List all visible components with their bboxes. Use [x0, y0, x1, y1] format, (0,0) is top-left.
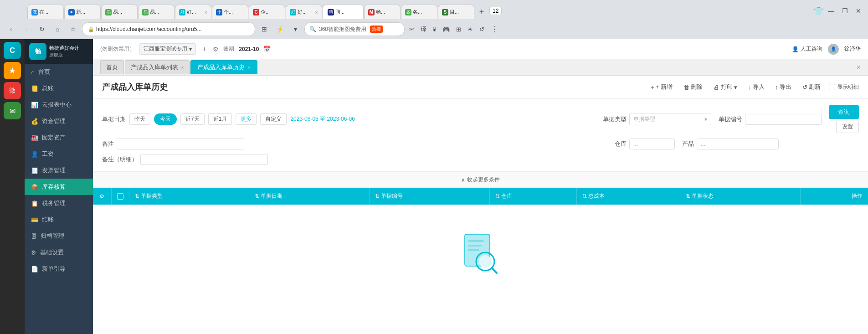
tab-list-close[interactable]: ×: [181, 65, 184, 70]
show-detail-checkbox[interactable]: 显示明细: [829, 83, 859, 91]
sidebar-item-basic[interactable]: ⚙ 基础设置: [25, 244, 93, 261]
grid-icon[interactable]: ⊞: [258, 23, 271, 36]
th-type[interactable]: ⇅ 单据类型: [129, 188, 249, 205]
date-btn-yesterday[interactable]: 昨天: [129, 113, 150, 125]
th-date[interactable]: ⇅ 单据日期: [249, 188, 370, 205]
number-input[interactable]: [745, 114, 822, 125]
layout-tool[interactable]: ⊞: [454, 26, 463, 33]
tab-t3[interactable]: 易 易...: [101, 5, 138, 19]
sidebar-item-tax[interactable]: 📋 税务管理: [25, 195, 93, 211]
th-gear[interactable]: ⚙: [93, 188, 111, 205]
tab-t6[interactable]: 个 个...: [212, 5, 248, 19]
close-button[interactable]: ✕: [853, 5, 864, 17]
settings-org-icon[interactable]: ⚙: [213, 46, 219, 53]
mail-app-icon[interactable]: ✉: [4, 102, 21, 119]
search-text: 360智能抠图免费用: [319, 26, 366, 33]
tab-list[interactable]: 产成品入库单列表 ×: [125, 60, 190, 74]
org-selector[interactable]: 江西服宝测试专用 ▾: [139, 43, 196, 55]
sidebar-item-newbill[interactable]: 📄 新单引导: [25, 261, 93, 277]
sidebar-item-invoice[interactable]: 🧾 发票管理: [25, 162, 93, 179]
sidebar-item-asset[interactable]: 🏭 固定资产: [25, 129, 93, 146]
security-icon: 🔒: [88, 26, 94, 32]
new-tab-button[interactable]: +: [475, 5, 488, 19]
search-bar[interactable]: 🔍 360智能抠图免费用 热搜: [304, 22, 405, 36]
date-btn-1month[interactable]: 近1月: [208, 113, 232, 125]
tab-history[interactable]: 产成品入库单历史 ×: [190, 60, 257, 74]
star-app-icon[interactable]: ★: [4, 62, 21, 79]
warehouse-select[interactable]: ...: [629, 139, 675, 149]
tab-history-close[interactable]: ×: [247, 65, 250, 70]
add-org-button[interactable]: +: [200, 45, 208, 53]
sidebar-item-ledger[interactable]: 📒 总账: [25, 80, 93, 97]
th-warehouse[interactable]: ⇅ 仓库: [490, 188, 576, 205]
refresh-page-button[interactable]: ↺ 刷新: [800, 81, 823, 93]
tab-t12[interactable]: S 目...: [438, 5, 474, 19]
tab-t11[interactable]: 各 各...: [401, 5, 437, 19]
tab-close-t8[interactable]: ×: [315, 10, 318, 15]
th-checkbox[interactable]: [111, 188, 129, 205]
remark-detail-input[interactable]: [140, 154, 268, 165]
sidebar-item-salary[interactable]: 👤 工资: [25, 146, 93, 162]
delete-button[interactable]: 🗑 删除: [681, 81, 705, 93]
add-button[interactable]: + + 新增: [648, 81, 675, 93]
date-btn-7days[interactable]: 近7天: [180, 113, 205, 125]
lightning-icon[interactable]: ⚡: [273, 23, 286, 36]
print-button[interactable]: 🖨 打印 ▾: [711, 81, 740, 93]
sidebar-item-inventory[interactable]: 📦 库存核算: [25, 179, 93, 195]
delete-icon: 🗑: [683, 84, 689, 91]
sidebar-item-fund[interactable]: 💰 资金管理: [25, 113, 93, 129]
export-button[interactable]: ↑ 导出: [773, 81, 795, 93]
date-btn-more[interactable]: 更多: [236, 113, 257, 125]
tab-close-t5[interactable]: ×: [205, 10, 207, 15]
date-btn-custom[interactable]: 自定义: [260, 113, 287, 125]
tab-t10[interactable]: M 畅...: [364, 5, 401, 19]
yuan-tool[interactable]: ¥: [431, 26, 438, 33]
minimize-button[interactable]: —: [825, 5, 837, 17]
query-button[interactable]: 查询: [829, 105, 859, 119]
tab-t1[interactable]: 在 在...: [27, 5, 64, 19]
game-tool[interactable]: 🎮: [441, 26, 452, 33]
th-total-cost[interactable]: ⇅ 总成本: [576, 188, 680, 205]
tab-t2[interactable]: ■ 新...: [64, 5, 101, 19]
collapse-button[interactable]: ∧ 收起更多条件: [93, 172, 868, 188]
sidebar-item-home[interactable]: ⌂ 首页: [25, 64, 93, 80]
sidebar-item-archive[interactable]: 🗄 归档管理: [25, 228, 93, 244]
sidebar-item-report[interactable]: 📊 云报表中心: [25, 97, 93, 113]
remark-input[interactable]: [117, 139, 244, 149]
scissors-tool[interactable]: ✂: [407, 26, 416, 33]
settings-tool[interactable]: ↺: [478, 26, 486, 33]
tab-t9-active[interactable]: 腾 腾...: [323, 5, 364, 19]
ai-service-button[interactable]: 👤 人工咨询: [792, 45, 822, 53]
product-select[interactable]: ...: [697, 139, 779, 149]
tab-t7[interactable]: C 企...: [249, 5, 285, 19]
tab-home[interactable]: 首页: [100, 60, 124, 74]
refresh-button[interactable]: ↻: [36, 23, 48, 36]
maximize-button[interactable]: ❐: [839, 5, 851, 17]
brightness-tool[interactable]: ☀: [466, 26, 475, 33]
th-status[interactable]: ⇅ 单据状态: [680, 188, 800, 205]
address-input[interactable]: 🔒 https://cloud.chanjet.com/accounting/u…: [82, 22, 255, 36]
type-select[interactable]: 单据类型 ▾: [629, 113, 711, 125]
tab-t8[interactable]: 好 好... ×: [286, 5, 322, 19]
calendar-icon[interactable]: 📅: [263, 46, 271, 52]
weibo-app-icon[interactable]: 微: [4, 82, 21, 99]
select-all-checkbox[interactable]: [117, 193, 123, 200]
nav-back[interactable]: ‹: [5, 23, 17, 36]
tab-t4[interactable]: 易 易...: [138, 5, 175, 19]
sidebar-item-settle[interactable]: 💳 结账: [25, 211, 93, 228]
import-button[interactable]: ↓ 导入: [745, 81, 767, 93]
nav-forward[interactable]: ›: [20, 23, 33, 36]
chanjet-app-icon[interactable]: C: [4, 42, 21, 59]
home-button[interactable]: ⌂: [51, 23, 64, 36]
remark-filter-label: 备注: [102, 140, 114, 148]
user-avatar[interactable]: 👤: [828, 44, 839, 55]
settings-filter-button[interactable]: 设置: [836, 121, 859, 133]
more-tool[interactable]: ⋮: [489, 25, 500, 34]
translate-tool[interactable]: 译: [419, 25, 428, 33]
dropdown-arrow[interactable]: ▾: [289, 23, 302, 36]
close-panel-button[interactable]: ×: [857, 63, 861, 72]
date-btn-today[interactable]: 今天: [154, 113, 177, 125]
th-number[interactable]: ⇅ 单据编号: [370, 188, 490, 205]
tab-t5[interactable]: 好 好... ×: [175, 5, 211, 19]
favorite-button[interactable]: ☆: [67, 23, 79, 36]
